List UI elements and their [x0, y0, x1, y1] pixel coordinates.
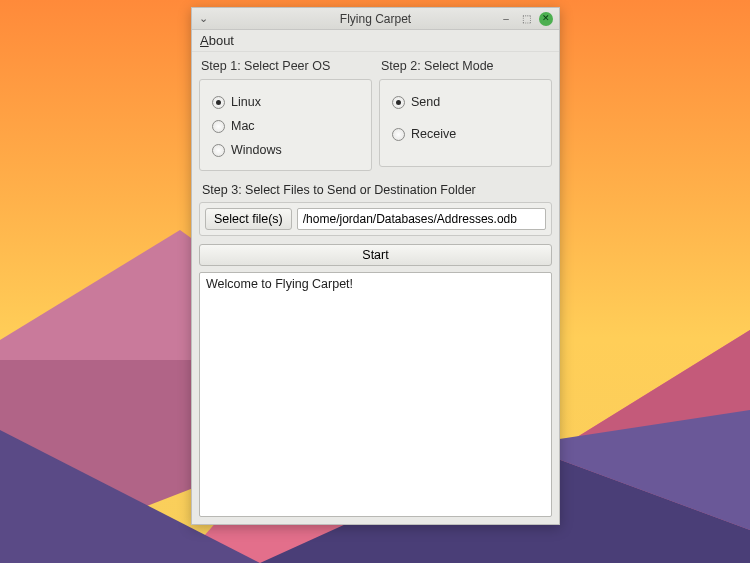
menu-about[interactable]: About [200, 33, 234, 48]
radio-receive[interactable]: Receive [390, 122, 541, 146]
window-menu-icon[interactable]: ⌄ [192, 12, 214, 25]
desktop: ⌄ Flying Carpet – ⬚ ✕ About Step 1: Sele… [0, 0, 750, 563]
step2-group: Send Receive [379, 79, 552, 167]
app-window: ⌄ Flying Carpet – ⬚ ✕ About Step 1: Sele… [191, 7, 560, 525]
radio-icon [212, 144, 225, 157]
radio-send[interactable]: Send [390, 90, 541, 114]
radio-label: Linux [231, 95, 261, 109]
close-button[interactable]: ✕ [539, 12, 553, 26]
radio-icon [212, 120, 225, 133]
log-line: Welcome to Flying Carpet! [206, 277, 353, 291]
step3-group: Select file(s) [199, 202, 552, 236]
radio-icon [212, 96, 225, 109]
radio-label: Send [411, 95, 440, 109]
radio-icon [392, 128, 405, 141]
radio-label: Receive [411, 127, 456, 141]
radio-windows[interactable]: Windows [210, 138, 361, 162]
radio-icon [392, 96, 405, 109]
step1-title: Step 1: Select Peer OS [201, 59, 372, 73]
radio-mac[interactable]: Mac [210, 114, 361, 138]
titlebar[interactable]: ⌄ Flying Carpet – ⬚ ✕ [192, 8, 559, 30]
radio-label: Windows [231, 143, 282, 157]
log-output[interactable]: Welcome to Flying Carpet! [199, 272, 552, 517]
select-files-button[interactable]: Select file(s) [205, 208, 292, 230]
path-input[interactable] [297, 208, 546, 230]
step2-title: Step 2: Select Mode [381, 59, 552, 73]
client-area: Step 1: Select Peer OS Linux Mac Wind [192, 52, 559, 524]
radio-linux[interactable]: Linux [210, 90, 361, 114]
menubar: About [192, 30, 559, 52]
window-controls: – ⬚ ✕ [499, 12, 559, 26]
step1-group: Linux Mac Windows [199, 79, 372, 171]
start-button[interactable]: Start [199, 244, 552, 266]
minimize-button[interactable]: – [499, 12, 513, 26]
step3-title: Step 3: Select Files to Send or Destinat… [202, 183, 552, 197]
radio-label: Mac [231, 119, 255, 133]
maximize-button[interactable]: ⬚ [519, 12, 533, 26]
